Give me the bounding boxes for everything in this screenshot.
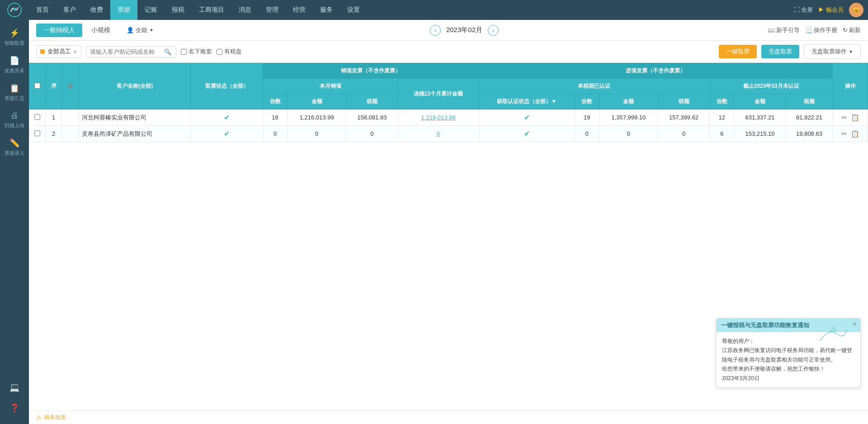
smart-fetch-icon: ⚡ bbox=[9, 28, 19, 38]
refresh-link[interactable]: ↻ 刷新 bbox=[843, 26, 861, 34]
nav-customer[interactable]: 客户 bbox=[56, 0, 83, 20]
row-customer-name: 河北柯蓉椿实业有限公司 bbox=[79, 110, 191, 126]
sidebar-item-monitor[interactable]: 💻 bbox=[1, 379, 28, 396]
row-customer-name: 灵寿县尚泽矿产品有限公司 bbox=[79, 126, 191, 142]
nav-settings[interactable]: 设置 bbox=[340, 0, 367, 20]
user-avatar[interactable]: 🐱 bbox=[849, 3, 863, 17]
down-account-check[interactable] bbox=[181, 49, 187, 55]
nav-service[interactable]: 服务 bbox=[313, 0, 340, 20]
split-arrow-icon: ▼ bbox=[849, 49, 853, 54]
down-account-checkbox[interactable]: 名下账套 bbox=[181, 48, 212, 56]
th-purchase-invoice-group: 进项发票（不含作废票） bbox=[479, 63, 833, 79]
guide-icon: 📖 bbox=[768, 27, 775, 33]
search-icon[interactable]: 🔍 bbox=[164, 48, 171, 55]
nav-home[interactable]: 首页 bbox=[29, 0, 56, 20]
guide-link[interactable]: 📖 新手引导 bbox=[768, 26, 800, 34]
row-sales-shares: 18 bbox=[263, 110, 287, 126]
sidebar-label-scan-upload: 扫描上传 bbox=[5, 122, 24, 129]
fullscreen-btn[interactable]: ⛶ 全屏 bbox=[794, 6, 813, 14]
12months-link[interactable]: 0 bbox=[437, 130, 440, 137]
nav-invoice[interactable]: 票据 bbox=[110, 0, 137, 20]
select-all-checkbox[interactable] bbox=[34, 83, 40, 89]
sidebar-item-help[interactable]: ❓ bbox=[1, 400, 28, 417]
cert-status-icon: ✔ bbox=[524, 114, 530, 121]
row-fetch-status: ✔ bbox=[191, 126, 263, 142]
row-sales-tax: 158,081.83 bbox=[346, 110, 398, 126]
current-month: 2023年02月 bbox=[446, 26, 482, 34]
edit-icon[interactable]: ✏ bbox=[841, 130, 847, 138]
row-seq: 2 bbox=[46, 126, 62, 142]
sidebar-label-data-entry: 票据录入 bbox=[5, 150, 24, 157]
row-checkbox[interactable] bbox=[29, 126, 46, 142]
tax-disk-check[interactable] bbox=[217, 49, 222, 55]
manual-icon: 📃 bbox=[805, 27, 812, 33]
no-disk-operation-btn[interactable]: 无盘取票操作 ▼ bbox=[804, 44, 861, 59]
scan-upload-icon: 🖨 bbox=[10, 111, 19, 120]
vip-btn[interactable]: ▶ 畅会员 bbox=[818, 6, 844, 14]
row-sales-tax: 0 bbox=[346, 126, 398, 142]
row-operations: ✏ 📋 bbox=[833, 126, 868, 142]
nav-income[interactable]: 收费 bbox=[83, 0, 110, 20]
employee-filter[interactable]: 全部员工 ▼ bbox=[36, 45, 81, 58]
sidebar-item-scan-upload[interactable]: 🖨 扫描上传 bbox=[1, 107, 28, 133]
no-disk-fetch-btn[interactable]: 无盘取票 bbox=[761, 45, 799, 58]
month-nav: ‹ 2023年02月 › bbox=[430, 25, 499, 36]
row-action-settings bbox=[62, 110, 79, 126]
sidebar-item-data-entry[interactable]: ✏️ 票据录入 bbox=[1, 134, 28, 160]
sidebar-item-invoice-summary[interactable]: 📋 票据汇总 bbox=[1, 80, 28, 105]
sidebar-item-smart-fetch[interactable]: ⚡ 智能取票 bbox=[1, 24, 28, 50]
tab-all[interactable]: 👤 全能 ▼ bbox=[119, 24, 161, 37]
12months-link[interactable]: 1,216,013.99 bbox=[421, 114, 456, 121]
manual-link[interactable]: 📃 操作手册 bbox=[805, 26, 837, 34]
th-settings: ⚙ bbox=[62, 63, 79, 110]
th-seq: 序 bbox=[46, 63, 62, 110]
row-check-0[interactable] bbox=[34, 114, 40, 120]
row-unconf-shares: 12 bbox=[710, 110, 734, 126]
nav-message[interactable]: 消息 bbox=[231, 0, 259, 20]
row-purchase-tax: 0 bbox=[658, 126, 709, 142]
svg-marker-2 bbox=[829, 325, 838, 332]
sidebar-item-open-invoice[interactable]: 📄 发票开具 bbox=[1, 52, 28, 78]
th-purchase-tax: 税额 bbox=[658, 94, 709, 110]
th-sales-amount: 金额 bbox=[288, 94, 346, 110]
search-input[interactable] bbox=[90, 48, 162, 55]
row-purchase-shares: 19 bbox=[575, 110, 599, 126]
help-icon: ❓ bbox=[9, 403, 19, 413]
tab-general[interactable]: 一般纳税人 bbox=[36, 24, 82, 37]
prev-month-btn[interactable]: ‹ bbox=[430, 25, 441, 36]
tax-policy-link[interactable]: 税务政策 bbox=[44, 414, 66, 421]
tax-disk-checkbox[interactable]: 有税盘 bbox=[217, 48, 242, 56]
employee-filter-label: 全部员工 bbox=[47, 48, 71, 56]
row-purchase-tax: 157,399.62 bbox=[658, 110, 709, 126]
th-sales-tax: 税额 bbox=[346, 94, 398, 110]
sidebar-label-open-invoice: 发票开具 bbox=[5, 67, 24, 74]
notif-close-btn[interactable]: × bbox=[853, 320, 857, 329]
th-customer-name: 客户名称(全部) bbox=[79, 63, 191, 110]
view-icon[interactable]: 📋 bbox=[851, 114, 859, 122]
row-sales-shares: 0 bbox=[263, 126, 287, 142]
sidebar-label-smart-fetch: 智能取票 bbox=[5, 40, 24, 47]
row-checkbox[interactable] bbox=[29, 110, 46, 126]
nav-items: 首页 客户 收费 票据 记账 报税 工商项目 消息 管理 经营 服务 设置 bbox=[29, 0, 794, 20]
row-cert-status: ✔ bbox=[479, 126, 575, 142]
one-key-fetch-btn[interactable]: 一键取票 bbox=[719, 45, 757, 58]
next-month-btn[interactable]: › bbox=[488, 25, 499, 36]
nav-business[interactable]: 工商项目 bbox=[192, 0, 231, 20]
tab-small[interactable]: 小规模 bbox=[84, 24, 118, 37]
th-unconf-amount: 金额 bbox=[734, 94, 786, 110]
row-check-1[interactable] bbox=[34, 130, 40, 136]
edit-icon[interactable]: ✏ bbox=[841, 114, 847, 122]
nav-management[interactable]: 管理 bbox=[259, 0, 286, 20]
nav-operation[interactable]: 经营 bbox=[286, 0, 313, 20]
sidebar: ⚡ 智能取票 📄 发票开具 📋 票据汇总 🖨 扫描上传 ✏️ 票据录入 💻 ❓ bbox=[0, 20, 29, 424]
search-box: 🔍 bbox=[86, 46, 176, 57]
top-nav: 首页 客户 收费 票据 记账 报税 工商项目 消息 管理 经营 服务 设置 ⛶ … bbox=[0, 0, 868, 20]
invoice-summary-icon: 📋 bbox=[9, 83, 19, 93]
nav-bookkeeping[interactable]: 记账 bbox=[137, 0, 165, 20]
nav-tax[interactable]: 报税 bbox=[165, 0, 192, 20]
row-12months: 1,216,013.99 bbox=[398, 110, 479, 126]
settings-icon[interactable]: ⚙ bbox=[67, 83, 73, 90]
th-current-month-sales: 本月销项 bbox=[263, 79, 398, 94]
view-icon[interactable]: 📋 bbox=[851, 130, 859, 138]
app-logo[interactable] bbox=[5, 0, 24, 20]
